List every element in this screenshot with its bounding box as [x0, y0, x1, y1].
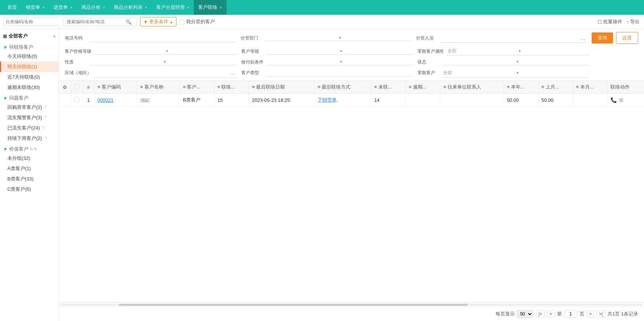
filter-action-btns: 查询 设置	[592, 32, 638, 44]
group-problem-customers[interactable]: ▼ 问题客户	[0, 93, 59, 102]
filter-nature-select[interactable]: ▼	[89, 59, 237, 65]
col-last-date-header[interactable]: ≡ 最后联络日期	[249, 81, 315, 94]
col-this-year-header[interactable]: ≡ 本年...	[504, 81, 538, 94]
close-product-analysis-list-icon[interactable]: ×	[145, 5, 147, 10]
prev-page-btn[interactable]: <	[547, 310, 555, 318]
region-dots-icon[interactable]: …	[230, 69, 235, 76]
filter-customer-level-select[interactable]: ▼	[266, 48, 413, 55]
col-setting-header[interactable]: ⚙	[59, 81, 71, 94]
sidebar-item-ungrouped[interactable]: 未分组(32)	[0, 153, 59, 163]
row-code[interactable]: 000021	[94, 94, 137, 107]
header-checkbox-icon[interactable]	[74, 84, 79, 89]
nav-product-analysis-list[interactable]: 商品分析列表 ×	[109, 0, 151, 15]
close-purchase-order-icon[interactable]: ×	[70, 5, 72, 10]
batch-ops-btn[interactable]: ☐ 批量操作	[598, 18, 622, 25]
filter-status: 状态 ▼	[417, 59, 589, 65]
col-last-month-header[interactable]: ≡ 上月...	[538, 81, 573, 94]
export-btn[interactable]: ↑ 导出	[627, 18, 640, 25]
col-contact-person-header[interactable]: ≡ 往来单位联系人	[440, 81, 504, 94]
col-this-month-header[interactable]: ≡ 本月...	[573, 81, 608, 94]
sidebar-item-repurchase-anomaly[interactable]: 回购异常客户(2) ?	[0, 102, 59, 113]
row-checkbox-icon[interactable]	[74, 97, 79, 102]
filter-retail-attr-select[interactable]: 全部 ▼	[446, 47, 589, 56]
sidebar-search-input[interactable]	[3, 18, 63, 26]
sidebar-item-tomorrow-contact[interactable]: 明天待联络(1)	[0, 62, 59, 72]
close-customer-segmentation-icon[interactable]: ×	[187, 5, 189, 10]
retail-attr-arrow-icon: ▼	[518, 49, 588, 53]
nav-customer-segmentation[interactable]: 客户分层经营 ×	[152, 0, 194, 15]
filter-retail-customer-select[interactable]: 全部 ▼	[442, 69, 589, 77]
more-conditions-btn[interactable]: ▼ 更多条件 ▲	[140, 17, 176, 27]
close-customer-contact-icon[interactable]: ×	[220, 5, 222, 10]
my-customers-check-icon[interactable]	[179, 19, 185, 24]
adv-filter-row-4: 区域（地区） … 客户类型 零散客户 全部 ▼	[65, 68, 638, 77]
row-name[interactable]: Ea	[137, 94, 180, 107]
sidebar-item-declining[interactable]: 持续下滑客户(2) ?	[0, 133, 59, 144]
nav-home[interactable]: 首页	[3, 0, 21, 15]
filter-retail-attr-label: 零散客户属性	[417, 48, 444, 55]
all-customers-header[interactable]: ⊞ 全部客户 «	[0, 31, 59, 42]
filter-dept: 分管部门 ▼	[241, 35, 412, 41]
my-customers-checkbox[interactable]: 我分管的客户	[179, 18, 215, 25]
sidebar-item-class-b[interactable]: B类客户(33)	[0, 174, 59, 184]
sidebar-item-churned[interactable]: 已流失客户(24) ?	[0, 123, 59, 133]
main-search-icon[interactable]: 🔍	[126, 19, 132, 25]
filter-status-select[interactable]: ▼	[442, 59, 589, 65]
sidebar-item-class-c[interactable]: C类客户(6)	[0, 184, 59, 194]
sidebar-item-class-a[interactable]: A类客户(1)	[0, 163, 59, 174]
close-sales-order-icon[interactable]: ×	[42, 5, 45, 10]
nav-sales-order[interactable]: 销货单 ×	[21, 0, 49, 15]
adv-filter-row-3: 性质 ▼ 收付款条件 ▼ 状态	[65, 59, 638, 65]
row-last-method[interactable]: 下销货单	[315, 94, 371, 107]
page-input[interactable]	[564, 310, 577, 318]
col-code-header[interactable]: ≡ 客户编码	[94, 81, 137, 94]
col-name-header[interactable]: ≡ 客户名称	[137, 81, 180, 94]
row-checkbox[interactable]	[71, 94, 83, 107]
row-setting	[59, 94, 71, 107]
group-value-customers[interactable]: ▼ 价值客户 ↻ ✎	[0, 144, 59, 153]
sidebar-item-7days-contact[interactable]: 近7天待联络(0)	[0, 72, 59, 82]
nav-product-analysis[interactable]: 商品分析 ×	[77, 0, 109, 15]
filter-phone-input[interactable]	[89, 34, 236, 42]
col-no-contact-header[interactable]: ≡ 未联...	[371, 81, 406, 94]
last-page-btn[interactable]: >|	[596, 310, 605, 318]
group-pending-contact[interactable]: ▼ 待联络客户	[0, 42, 59, 51]
col-type-header[interactable]: ≡ 客户...	[180, 81, 214, 94]
content-area: 🔍 ▼ 更多条件 ▲ 我分管的客户 ☐ 批量操作 ↑ 导出	[59, 15, 644, 321]
sidebar-item-overdue-contact[interactable]: 逾期未联络(30)	[0, 82, 59, 93]
settings-button[interactable]: 设置	[616, 32, 638, 44]
adv-filter-panel: 电话号码 分管部门 ▼ 分管人员 …	[59, 29, 644, 81]
close-product-analysis-icon[interactable]: ×	[103, 5, 105, 10]
scroll-track[interactable]	[60, 304, 643, 306]
horizontal-scrollbar[interactable]	[59, 302, 644, 307]
filter-nature-label: 性质	[65, 59, 87, 65]
nav-customer-contact[interactable]: 客户联络 ×	[194, 0, 226, 15]
next-page-btn[interactable]: >	[587, 310, 594, 318]
col-checkbox-header[interactable]	[71, 81, 83, 94]
filter-dept-select[interactable]: ▼	[265, 35, 412, 41]
footer-nav: |< < 第 页 > >| 共1页 1条记录	[536, 310, 638, 318]
sidebar-item-today-contact[interactable]: 今天待联络(0)	[0, 51, 59, 62]
filter-payment-terms: 收付款条件 ▼	[241, 59, 413, 65]
scroll-thumb[interactable]	[119, 304, 468, 306]
nav-purchase-order[interactable]: 进货单 ×	[49, 0, 77, 15]
query-button[interactable]: 查询	[592, 32, 613, 44]
row-this-month	[573, 94, 608, 107]
col-overdue-header[interactable]: ≡ 逾期...	[406, 81, 440, 94]
phone-icon[interactable]: 📞	[610, 97, 617, 103]
first-page-btn[interactable]: |<	[536, 310, 545, 318]
sidebar-search-area: 🔍	[0, 15, 59, 29]
col-contacts-header[interactable]: ≡ 联络...	[214, 81, 249, 94]
table-header-row: ⚙ # ≡ 客户编码 ≡ 客户名称 ≡ 客户...	[59, 81, 644, 94]
col-last-method-header[interactable]: ≡ 最后联络方式	[315, 81, 371, 94]
main-search-input[interactable]	[67, 19, 126, 24]
manager-dots-icon[interactable]: …	[580, 35, 586, 41]
row-contacts: 15	[214, 94, 249, 107]
grid-icon[interactable]: ⊞	[619, 97, 623, 103]
filter-payment-select[interactable]: ▼	[266, 59, 413, 65]
filter-customer-type-input[interactable]	[266, 69, 413, 77]
page-size-select[interactable]: 50	[517, 310, 533, 318]
filter-price-level-select[interactable]: ▼	[94, 48, 237, 55]
filter-customer-level: 客户等级 ▼	[241, 48, 413, 55]
sidebar-item-churn-warning[interactable]: 流失预警客户(3) ?	[0, 113, 59, 123]
